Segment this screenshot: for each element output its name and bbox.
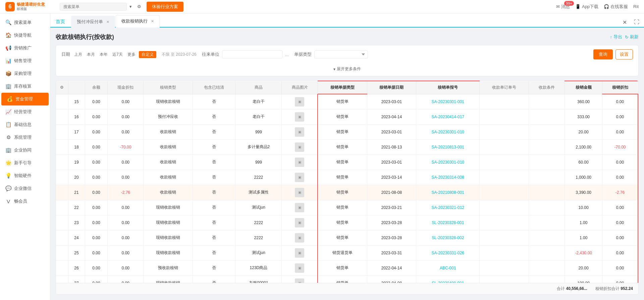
message-badge[interactable]: ✉ 消息 99+: [556, 4, 570, 10]
menu-search-input[interactable]: [60, 3, 127, 11]
expand-tabs-btn[interactable]: ⛶: [632, 17, 641, 27]
product-image-thumb: ▣: [295, 188, 304, 197]
date-this-month[interactable]: 本月: [86, 51, 96, 58]
sidebar-item-vip[interactable]: V畅会员: [0, 195, 50, 208]
bill-report-no-link[interactable]: SA-20210813-001: [432, 145, 464, 149]
date-this-year[interactable]: 本年: [98, 51, 109, 58]
cell-bill_report_no[interactable]: SA-20210813-001: [416, 139, 480, 155]
sidebar-item-smart-hw[interactable]: 💡智能硬件: [0, 169, 50, 182]
online-service-link[interactable]: 🎧 在线客服: [604, 4, 628, 10]
sidebar-item-quick-nav[interactable]: 🏠快捷导航: [0, 29, 50, 42]
bill-report-no-link[interactable]: SA-20230301-001: [432, 99, 464, 104]
bill-report-no-link[interactable]: SA-20230301-010: [432, 130, 464, 134]
cell-bill_report_no[interactable]: SL-20230328-002: [416, 230, 480, 245]
cell-verify_type: 现销收款核销: [144, 275, 193, 283]
cell-bill_report_type: 销货单: [318, 170, 367, 185]
tab-close-btn[interactable]: ✕: [106, 20, 109, 24]
date-last-month[interactable]: 上月: [73, 51, 84, 58]
date-custom-btn[interactable]: 自定义: [139, 51, 156, 58]
product-image-thumb: ▣: [295, 97, 304, 106]
sidebar-label: 智能硬件: [14, 173, 32, 179]
cell-product_image: ▣: [282, 200, 318, 215]
cell-bill_report_no[interactable]: SA-20230301-010: [416, 155, 480, 170]
data-table-container: ⚙余额现金折扣核销类型包含已结清商品商品图片核销单据类型核销单据日期核销单报号收…: [56, 80, 639, 295]
tab-预付冲应付单[interactable]: 预付冲应付单✕: [71, 16, 115, 28]
expand-conditions-btn[interactable]: ▾ 展开更多条件: [61, 65, 633, 72]
bill-report-no-link[interactable]: SA-20230321-012: [432, 205, 464, 210]
verify-amount-total: 合计 40,556,66...: [557, 286, 587, 292]
sidebar-item-sales-mgmt[interactable]: 📊销售管理: [0, 54, 50, 67]
cell-bill_report_no[interactable]: SA-20230321-012: [416, 200, 480, 215]
sidebar-item-purchase-mgmt[interactable]: 📦采购管理: [0, 67, 50, 80]
bill-report-no-link[interactable]: SA-20230314-008: [432, 175, 464, 180]
cell-receipt_condition: [529, 260, 565, 275]
bill-report-no-link[interactable]: SL-20230328-002: [432, 235, 464, 240]
cell-verify_discount: 0.00: [602, 275, 638, 283]
cell-bill_report_no[interactable]: SA-20230314-008: [416, 170, 480, 185]
solution-btn[interactable]: 休验行业方案: [147, 2, 183, 12]
sidebar-item-search-menu[interactable]: 🔍搜索菜单: [0, 16, 50, 29]
bill-report-no-link[interactable]: SA-20230301-010: [432, 160, 464, 165]
page-header-actions: ↑ 导出 ↻ 刷新: [610, 34, 639, 40]
settings-icon[interactable]: ⚙: [135, 2, 144, 11]
bill-report-no-link[interactable]: ABC-001: [440, 266, 456, 270]
col-settings-icon[interactable]: ⚙: [60, 85, 64, 90]
tab-close-btn[interactable]: ✕: [151, 19, 154, 24]
cell-bill_report_no[interactable]: SA-20230414-017: [416, 109, 480, 124]
tab-首页[interactable]: 首页: [50, 16, 70, 28]
sidebar-item-basic-info[interactable]: 📋基础信息: [0, 118, 50, 131]
cell-product: 测试jun: [235, 200, 282, 215]
sidebar-item-marketing[interactable]: 📢营销推广: [0, 42, 50, 54]
refresh-btn[interactable]: ↻ 刷新: [625, 34, 639, 40]
sidebar-item-wechat[interactable]: 💬企业微信: [0, 182, 50, 195]
refresh-icon: ↻: [625, 35, 629, 40]
sidebar-item-sys-mgmt[interactable]: ⚙系统管理: [0, 131, 50, 144]
bill-report-no-link[interactable]: SA-20230414-017: [432, 115, 464, 119]
page-title: 收款核销执行(按收款): [56, 33, 114, 41]
bill-report-no-link[interactable]: SA-20210808-001: [432, 190, 464, 195]
cell-verify_amount: 100.00: [565, 275, 602, 283]
cell-bill_report_type: 销货单: [318, 124, 367, 139]
cell-receipt_order_no: [480, 215, 529, 230]
bill-type-select[interactable]: [314, 50, 368, 58]
cell-verify_discount: 0.00: [602, 170, 638, 185]
cell-receipt_order_no: [480, 260, 529, 275]
from-unit-input[interactable]: [222, 50, 282, 58]
cell-bill_report_no[interactable]: SA-20230301-001: [416, 94, 480, 109]
sidebar-item-enterprise[interactable]: 🏢企业协同: [0, 144, 50, 157]
table-scroll[interactable]: ⚙余额现金折扣核销类型包含已结清商品商品图片核销单据类型核销单据日期核销单报号收…: [56, 81, 638, 283]
cell-balance: 0.00: [85, 185, 108, 200]
sidebar-label: 快捷导航: [14, 32, 32, 38]
filter-settings-btn[interactable]: 设置: [615, 49, 633, 59]
cell-bill_report_no[interactable]: SA-20210808-001: [416, 185, 480, 200]
wechat-icon: 💬: [5, 185, 11, 191]
col-header-verify_discount: 核销折扣: [602, 81, 638, 94]
sidebar: 🔍搜索菜单🏠快捷导航📢营销推广📊销售管理📦采购管理🏢库存核算💰资金管理📈经营管理…: [0, 13, 50, 300]
col-header-seq: [68, 81, 85, 94]
bill-report-no-link[interactable]: SL-20230328-001: [432, 220, 464, 225]
sidebar-item-new-guide[interactable]: 🌟新手引导: [0, 157, 50, 169]
export-btn[interactable]: ↑ 导出: [610, 34, 623, 40]
tab-收款核销执行[interactable]: 收款核销执行✕: [116, 15, 160, 28]
ops-mgmt-icon: 📈: [5, 109, 11, 115]
cell-verify_amount: 1.00: [565, 230, 602, 245]
cell-bill_report_no[interactable]: SA-20230331-026: [416, 245, 480, 260]
sidebar-item-capital-mgmt[interactable]: 💰资金管理: [1, 93, 49, 105]
date-last7[interactable]: 近7天: [111, 51, 124, 58]
query-btn[interactable]: 查询: [593, 49, 613, 59]
close-tab-btn[interactable]: ✕: [620, 17, 629, 27]
app-download-link[interactable]: 📱 App下载: [575, 4, 598, 10]
cell-bill_report_no[interactable]: SL-20230328-001: [416, 215, 480, 230]
date-more[interactable]: 更多: [126, 51, 137, 58]
dropdown-toggle[interactable]: ▾: [129, 4, 132, 9]
cell-bill_report_no[interactable]: SL-20230408-001: [416, 275, 480, 283]
bill-report-no-link[interactable]: SA-20230331-026: [432, 251, 464, 255]
col-settings[interactable]: ⚙: [56, 81, 68, 94]
table-footer: 合计 40,556,66... 核销折扣合计 952.24: [56, 283, 638, 294]
cell-bill_report_no[interactable]: ABC-001: [416, 260, 480, 275]
filter-dots[interactable]: ...: [285, 52, 289, 57]
sidebar-item-ops-mgmt[interactable]: 📈经营管理: [0, 105, 50, 118]
sidebar-item-inventory[interactable]: 🏢库存核算: [0, 80, 50, 93]
table-row: 260.000.00预收款核销否123D商品▣销货单2022-04-14ABC-…: [56, 260, 638, 275]
cell-bill_report_no[interactable]: SA-20230301-010: [416, 124, 480, 139]
